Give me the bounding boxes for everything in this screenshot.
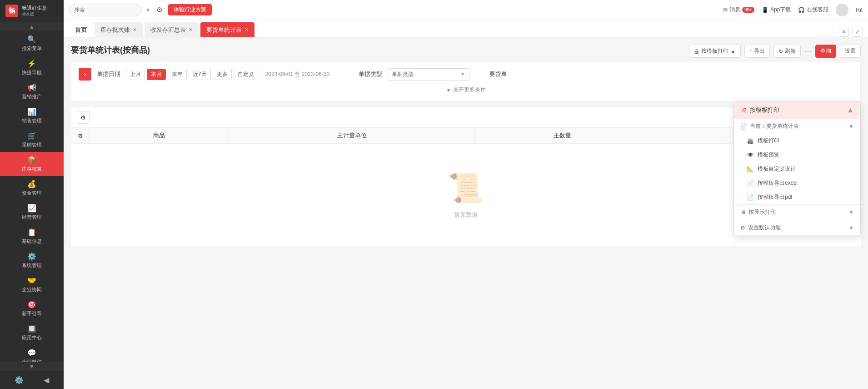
template-export-excel-icon: 📄 (747, 180, 754, 187)
sidebar-scroll-down[interactable]: ▼ (0, 362, 64, 371)
sidebar-item-apps[interactable]: 🔲应用中心 (0, 321, 64, 345)
sidebar-item-search[interactable]: 🔍搜索菜单 (0, 31, 64, 56)
topbar-settings-icon[interactable]: ⚙ (156, 5, 163, 14)
template-design-label: 模板自定义设计 (758, 165, 796, 173)
quicknav-icon: ⚡ (27, 59, 36, 68)
tab-inventory-batch[interactable]: 库存批次账✕ (95, 22, 143, 37)
sidebar-item-wecom[interactable]: 💬企业微信 (0, 345, 64, 362)
refresh-button[interactable]: ↻ 刷新 (773, 45, 801, 58)
sidebar-label-purchase: 采购管理 (22, 141, 42, 148)
sidebar-item-system[interactable]: ⚙️系统管理 (0, 248, 64, 273)
basic-icon: 📋 (27, 228, 36, 237)
sidebar-settings-icon[interactable]: ⚙️ (15, 376, 24, 384)
col-header-quantity: 主数量 (475, 128, 650, 144)
settings-button[interactable]: 设置 (840, 45, 861, 58)
date-btn-prev[interactable]: 上月 (126, 69, 145, 80)
display-print-header[interactable]: 🖥 按显示打印 ▼ (734, 205, 860, 220)
sidebar-item-sales[interactable]: 📊销售管理 (0, 104, 64, 128)
sidebar: 畅 畅通好生意 标准版 ▲ 🔍搜索菜单⚡快捷导航📢营销推广📊销售管理🛒采购管理📦… (0, 0, 64, 389)
date-btn-year[interactable]: 本年 (168, 69, 187, 80)
date-filter-label: 单据日期 (97, 70, 120, 78)
dropdown-header-icon: 🖨 (740, 106, 747, 114)
date-range-display: 2023-06-01 至 2023-06-30 (265, 71, 329, 78)
current-template-icon: 📄 (740, 123, 747, 130)
tab-close-all-button[interactable]: ✕ (839, 27, 849, 37)
dropdown-item-template-print[interactable]: 🖨️模板打印 (734, 134, 860, 148)
date-btn-7days[interactable]: 近7天 (189, 69, 211, 80)
template-preview-label: 模板预览 (758, 151, 779, 159)
user-avatar[interactable] (836, 4, 848, 16)
sidebar-label-quicknav: 快捷导航 (22, 69, 42, 76)
marketing-icon: 📢 (27, 83, 36, 92)
sidebar-item-collab[interactable]: 🤝企业协同 (0, 273, 64, 297)
message-button[interactable]: ✉ 消息 99+ (723, 6, 754, 14)
sidebar-item-basic[interactable]: 📋基础信息 (0, 224, 64, 248)
print-chevron-icon: ▲ (730, 48, 736, 55)
sidebar-nav: 🔍搜索菜单⚡快捷导航📢营销推广📊销售管理🛒采购管理📦库存核算💰资金管理📈经营管理… (0, 31, 64, 362)
apps-icon: 🔲 (27, 324, 36, 333)
sidebar-scroll-up[interactable]: ▲ (0, 22, 64, 31)
tab-label-receivable-summary: 收发存汇总表 (150, 26, 186, 34)
sidebar-label-finance: 资金管理 (22, 190, 42, 197)
app-download-button[interactable]: 📱 App下载 (762, 6, 791, 14)
sidebar-item-purchase[interactable]: 🛒采购管理 (0, 128, 64, 152)
tab-close-receivable-summary[interactable]: ✕ (189, 27, 193, 33)
current-template-label: 当前：要货单统计表 (750, 122, 799, 130)
order-type-select[interactable]: 单据类型 ▼ (388, 68, 469, 81)
system-icon: ⚙️ (27, 252, 36, 261)
print-button[interactable]: 🖨 按模板打印 ▲ (689, 45, 741, 58)
date-btn-custom[interactable]: 自定义 (234, 69, 258, 80)
trial-button[interactable]: 体验行业方案 (168, 4, 212, 15)
more-actions-icon[interactable]: ⋯ (804, 47, 812, 56)
display-print-chevron: ▼ (848, 209, 854, 216)
filter-expand-button[interactable]: › (79, 68, 91, 81)
goods-filter-label: 要货单 (489, 70, 507, 78)
tab-label-home: 首页 (75, 26, 87, 34)
sidebar-item-finance[interactable]: 💰资金管理 (0, 176, 64, 200)
tab-maximize-button[interactable]: ⤢ (853, 27, 863, 37)
dropdown-current-section: 📄 当前：要货单统计表 ▼ 🖨️模板打印👁️模板预览📐模板自定义设计📄按模板导出… (734, 119, 860, 205)
dropdown-header: 🖨 按模板打印 ▲ (734, 101, 860, 119)
tab-receivable-summary[interactable]: 收发存汇总表✕ (145, 22, 199, 37)
print-dropdown-menu: 🖨 按模板打印 ▲ 📄 当前：要货单统计表 ▼ 🖨️模板打印👁️模板预览📐模板自… (733, 101, 861, 236)
sidebar-item-operations[interactable]: 📈经营管理 (0, 200, 64, 224)
inventory-icon: 📦 (27, 156, 36, 164)
user-name[interactable]: Rit (856, 7, 863, 13)
dropdown-item-template-design[interactable]: 📐模板自定义设计 (734, 162, 860, 176)
tab-close-order-stats[interactable]: ✕ (244, 27, 249, 33)
message-icon: ✉ (723, 7, 728, 13)
online-service-button[interactable]: 🎧 在线客服 (798, 6, 828, 14)
sidebar-label-operations: 经营管理 (22, 214, 42, 221)
dropdown-item-template-preview[interactable]: 👁️模板预览 (734, 148, 860, 162)
sidebar-collapse-icon[interactable]: ◀ (44, 376, 49, 384)
default-func-header[interactable]: ⚙ 设置默认功能 ▼ (734, 220, 860, 235)
search-input[interactable] (69, 4, 142, 16)
expand-more-button[interactable]: ▼ 展开更多条件 (439, 84, 493, 96)
operations-icon: 📈 (27, 204, 36, 212)
date-btn-more[interactable]: 更多 (213, 69, 232, 80)
sidebar-item-quicknav[interactable]: ⚡快捷导航 (0, 56, 64, 80)
tab-home[interactable]: 首页 (69, 22, 93, 37)
sidebar-item-newbie[interactable]: 🎯新手引导 (0, 297, 64, 321)
display-print-icon: 🖥 (740, 209, 746, 216)
tab-bar: 首页库存批次账✕收发存汇总表✕要货单统计表✕ ✕ ⤢ (64, 20, 868, 37)
search-icon: 🔍 (27, 35, 36, 44)
dropdown-close-icon[interactable]: ▲ (847, 106, 854, 114)
dropdown-item-template-export-excel[interactable]: 📄按模板导出excel (734, 176, 860, 190)
dropdown-current-header[interactable]: 📄 当前：要货单统计表 ▼ (734, 119, 860, 134)
dropdown-item-template-export-pdf[interactable]: 📄按模板导出pdf (734, 190, 860, 204)
date-btn-current[interactable]: 本月 (147, 69, 166, 80)
sidebar-item-inventory[interactable]: 📦库存核算 (0, 152, 64, 176)
column-settings-button[interactable]: ⚙ (77, 111, 90, 124)
order-type-label: 单据类型 (359, 70, 382, 78)
search-dropdown-icon[interactable]: ▼ (145, 7, 151, 13)
export-button[interactable]: ↑ 导出 (744, 45, 770, 58)
sidebar-item-marketing[interactable]: 📢营销推广 (0, 80, 64, 104)
wecom-icon: 💬 (27, 349, 36, 357)
tab-order-stats[interactable]: 要货单统计表✕ (200, 22, 254, 37)
table-settings-icon[interactable]: ⚙ (78, 132, 83, 139)
tab-label-order-stats: 要货单统计表 (206, 26, 242, 34)
headset-icon: 🎧 (798, 7, 805, 13)
tab-close-inventory-batch[interactable]: ✕ (133, 27, 137, 33)
query-button[interactable]: 查询 (815, 45, 836, 58)
